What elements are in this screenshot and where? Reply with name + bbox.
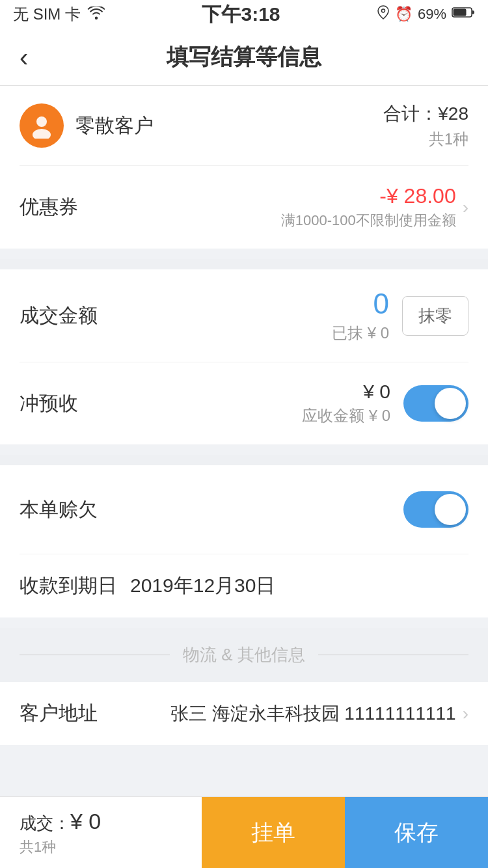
total-amount: 合计：¥28: [383, 102, 468, 126]
bottom-summary: 成交：¥ 0 共1种: [0, 809, 202, 857]
summary-amount: ¥ 0: [70, 809, 101, 834]
save-button[interactable]: 保存: [345, 797, 488, 869]
advance-right: ¥ 0 应收金额 ¥ 0: [302, 381, 468, 426]
advance-sub: 应收金额 ¥ 0: [302, 405, 390, 426]
customer-row: 零散客户 合计：¥28 共1种: [0, 86, 488, 165]
deal-sub: 已抹 ¥ 0: [332, 323, 389, 344]
status-left: 无 SIM 卡: [13, 4, 105, 25]
duedate-label: 收款到期日: [20, 573, 117, 599]
section-divider-2: [0, 455, 488, 465]
total-count: 共1种: [383, 129, 468, 150]
deal-value-block: 0 已抹 ¥ 0: [332, 288, 389, 344]
deal-amount: 0: [332, 288, 389, 320]
address-row[interactable]: 客户地址 张三 海淀永丰科技园 11111111111 ›: [0, 682, 488, 745]
svg-point-3: [36, 116, 47, 127]
duedate-value: 2019年12月30日: [130, 573, 275, 599]
customer-avatar: [20, 103, 64, 148]
debt-toggle-thumb: [435, 494, 466, 525]
customer-left: 零散客户: [20, 103, 154, 148]
advance-label: 冲预收: [20, 390, 78, 417]
hang-button[interactable]: 挂单: [202, 797, 345, 869]
logistics-section: 物流 & 其他信息: [0, 628, 488, 682]
coupon-desc: 满1000-100不限制使用金额: [281, 211, 456, 230]
deal-right: 0 已抹 ¥ 0 抹零: [332, 288, 468, 344]
status-bar: 无 SIM 卡 下午3:18 ⏰ 69%: [0, 0, 488, 29]
address-label: 客户地址: [20, 700, 98, 727]
logistics-divider: 物流 & 其他信息: [20, 644, 468, 666]
address-value: 张三 海淀永丰科技园 11111111111: [170, 701, 456, 726]
address-section: 客户地址 张三 海淀永丰科技园 11111111111 ›: [0, 682, 488, 745]
customer-total: 合计：¥28 共1种: [383, 102, 468, 150]
round-zero-button[interactable]: 抹零: [402, 296, 468, 336]
bottom-summary-count: 共1种: [20, 837, 182, 857]
coupon-value-block: -¥ 28.00 满1000-100不限制使用金额: [281, 184, 456, 230]
location-icon: [377, 5, 390, 23]
svg-rect-2: [453, 9, 466, 16]
deal-section: 成交金额 0 已抹 ¥ 0 抹零 冲预收 ¥ 0 应收金额 ¥ 0: [0, 269, 488, 444]
advance-toggle-thumb: [435, 388, 466, 419]
summary-label: 成交：: [20, 813, 70, 833]
coupon-chevron-icon: ›: [463, 197, 468, 218]
coupon-right: -¥ 28.00 满1000-100不限制使用金额 ›: [281, 184, 468, 230]
debt-section: 本单赊欠 收款到期日 2019年12月30日: [0, 465, 488, 617]
status-time: 下午3:18: [202, 1, 280, 28]
coupon-label: 优惠券: [20, 194, 78, 221]
advance-toggle[interactable]: [403, 385, 468, 422]
section-divider-1: [0, 259, 488, 269]
debt-label: 本单赊欠: [20, 496, 98, 523]
battery-text: 69%: [418, 6, 446, 23]
customer-name: 零散客户: [75, 113, 154, 139]
address-chevron-icon: ›: [463, 703, 468, 724]
battery-icon: [452, 6, 475, 23]
coupon-amount: -¥ 28.00: [281, 184, 456, 208]
advance-value-block: ¥ 0 应收金额 ¥ 0: [302, 381, 390, 426]
deal-row: 成交金额 0 已抹 ¥ 0 抹零: [0, 269, 488, 362]
coupon-row[interactable]: 优惠券 -¥ 28.00 满1000-100不限制使用金额 ›: [0, 166, 488, 249]
logistics-label: 物流 & 其他信息: [183, 644, 305, 666]
status-right: ⏰ 69%: [377, 5, 475, 23]
svg-point-0: [381, 9, 385, 12]
advance-row: 冲预收 ¥ 0 应收金额 ¥ 0: [0, 362, 488, 444]
deal-label: 成交金额: [20, 303, 98, 329]
debt-toggle[interactable]: [403, 491, 468, 528]
bottom-summary-top: 成交：¥ 0: [20, 809, 182, 835]
wifi-icon: [87, 5, 105, 23]
page-title: 填写结算等信息: [167, 42, 321, 72]
carrier-text: 无 SIM 卡: [13, 4, 81, 25]
alarm-icon: ⏰: [395, 6, 413, 23]
debt-row: 本单赊欠: [0, 465, 488, 554]
svg-point-4: [33, 129, 51, 139]
back-button[interactable]: ‹: [20, 44, 28, 70]
advance-amount: ¥ 0: [302, 381, 390, 403]
duedate-row[interactable]: 收款到期日 2019年12月30日: [0, 554, 488, 617]
address-right: 张三 海淀永丰科技园 11111111111 ›: [151, 701, 468, 726]
bottom-bar: 成交：¥ 0 共1种 挂单 保存: [0, 796, 488, 868]
nav-bar: ‹ 填写结算等信息: [0, 29, 488, 86]
customer-section: 零散客户 合计：¥28 共1种 优惠券 -¥ 28.00 满1000-100不限…: [0, 86, 488, 249]
